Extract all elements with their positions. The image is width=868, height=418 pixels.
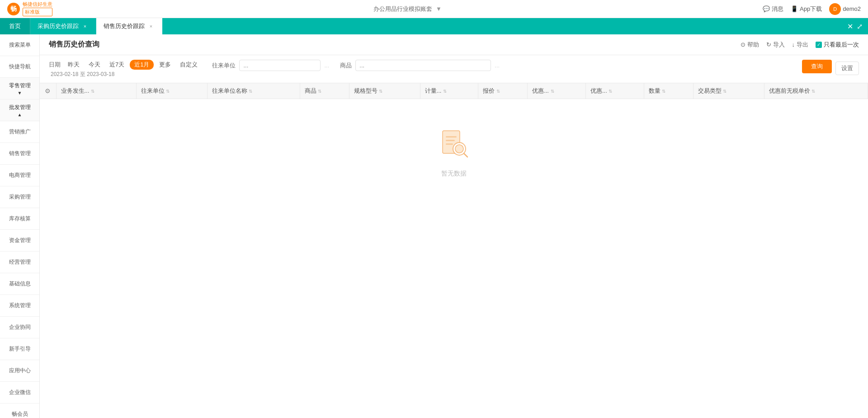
th-pre-tax-price-label: 优惠前无税单价: [769, 87, 810, 94]
sidebar-item-finance[interactable]: 资金管理: [0, 230, 39, 252]
base-info-label: 基础信息: [9, 280, 31, 288]
sidebar-item-wechat[interactable]: 企业微信: [0, 382, 39, 404]
marketing-label: 营销推广: [9, 128, 31, 136]
top-bar-right: 💬 消息 📱 App下载 D demo2: [763, 3, 861, 15]
sidebar-item-sales-mgmt[interactable]: 销售管理: [0, 143, 39, 165]
th-trade-type[interactable]: 交易类型 ⇅: [693, 83, 764, 99]
th-partner-code-sort-icon: ⇅: [166, 89, 170, 94]
sidebar-item-inventory[interactable]: 库存核算: [0, 208, 39, 230]
dropdown-arrow-icon[interactable]: ▼: [436, 5, 442, 12]
th-qty[interactable]: 数量 ⇅: [644, 83, 693, 99]
sidebar-item-purchase-mgmt[interactable]: 采购管理: [0, 186, 39, 208]
th-trade-type-label: 交易类型: [698, 87, 722, 94]
th-spec[interactable]: 规格型号 ⇅: [349, 83, 420, 99]
user-name: demo2: [843, 5, 861, 12]
sidebar-item-marketing[interactable]: 营销推广: [0, 121, 39, 143]
th-discount2[interactable]: 优惠... ⇅: [586, 83, 644, 99]
product-filter-dots: ...: [495, 62, 500, 69]
th-discount1[interactable]: 优惠... ⇅: [528, 83, 586, 99]
date-btn-yesterday[interactable]: 昨天: [64, 60, 83, 70]
th-quote[interactable]: 报价 ⇅: [478, 83, 528, 99]
th-quote-label: 报价: [483, 87, 495, 94]
sidebar-item-member[interactable]: 畅会员: [0, 404, 39, 418]
th-partner-name[interactable]: 往来单位名称 ⇅: [207, 83, 300, 99]
tab-purchase-history-close[interactable]: ×: [81, 23, 89, 30]
help-button[interactable]: ⊙ 帮助: [741, 41, 759, 49]
th-pre-tax-price[interactable]: 优惠前无税单价 ⇅: [764, 83, 868, 99]
message-button[interactable]: 💬 消息: [763, 5, 783, 13]
sidebar-item-enterprise[interactable]: 企业协同: [0, 317, 39, 338]
th-biz-date[interactable]: 业务发生... ⇅: [56, 83, 136, 99]
th-partner-code[interactable]: 往来单位 ⇅: [136, 83, 207, 99]
settings-button[interactable]: 设置: [835, 62, 859, 75]
th-partner-name-label: 往来单位名称: [212, 87, 247, 94]
export-icon: ↓: [792, 41, 795, 48]
user-area[interactable]: D demo2: [829, 3, 861, 15]
export-button[interactable]: ↓ 导出: [792, 41, 809, 49]
th-discount1-sort-icon: ⇅: [551, 89, 554, 94]
inventory-label: 库存核算: [9, 215, 31, 223]
th-product[interactable]: 商品 ⇅: [300, 83, 349, 99]
operations-label: 经营管理: [9, 258, 31, 266]
tab-close-all-icon[interactable]: ✕: [847, 22, 853, 31]
date-btn-1month[interactable]: 近1月: [130, 60, 154, 70]
tab-bar-actions: ✕ ⤢: [842, 18, 868, 34]
data-table: ⚙ 业务发生... ⇅ 往来单位 ⇅ 往来单位名称: [40, 83, 868, 99]
sidebar-item-ecommerce[interactable]: 电商管理: [0, 165, 39, 186]
tab-purchase-history-label: 采购历史价跟踪: [38, 22, 79, 30]
th-partner-name-sort-icon: ⇅: [249, 89, 252, 94]
label-badge: 标准版: [23, 8, 52, 16]
date-btn-today[interactable]: 今天: [85, 60, 104, 70]
sales-mgmt-label: 销售管理: [9, 150, 31, 157]
query-button[interactable]: 查询: [802, 60, 832, 73]
table-header-row: ⚙ 业务发生... ⇅ 往来单位 ⇅ 往来单位名称: [40, 83, 868, 99]
scroll-area: ⚙ 业务发生... ⇅ 往来单位 ⇅ 往来单位名称: [40, 83, 868, 418]
top-bar-center: 办公用品行业模拟账套 ▼: [373, 5, 442, 13]
app-download-button[interactable]: 📱 App下载: [791, 5, 822, 13]
product-filter-input[interactable]: [355, 60, 491, 71]
tab-sales-history-close[interactable]: ×: [147, 23, 155, 30]
only-last-checkbox-area[interactable]: ✓ 只看最后一次: [816, 41, 859, 49]
enterprise-label: 企业协同: [9, 323, 31, 331]
date-btn-7days[interactable]: 近7天: [106, 60, 128, 70]
th-unit-label: 计量...: [425, 87, 442, 94]
logo-area: 畅 畅捷信好生意 标准版: [7, 1, 52, 16]
svg-rect-2: [446, 140, 455, 141]
partner-filter-dots: ...: [324, 62, 329, 69]
sidebar-item-search-menu[interactable]: 搜索菜单: [0, 34, 39, 56]
th-biz-date-label: 业务发生...: [61, 87, 90, 94]
tab-purchase-history[interactable]: 采购历史价跟踪 ×: [30, 18, 96, 34]
only-last-checkbox[interactable]: ✓: [816, 42, 822, 48]
gear-icon[interactable]: ⚙: [45, 87, 51, 95]
import-button[interactable]: ↻ 导入: [766, 41, 785, 49]
sidebar-item-quick-nav[interactable]: 快捷导航: [0, 56, 39, 78]
purchase-mgmt-label: 采购管理: [9, 193, 31, 201]
sidebar-item-operations[interactable]: 经营管理: [0, 252, 39, 273]
date-btn-custom[interactable]: 自定义: [176, 60, 201, 70]
th-unit[interactable]: 计量... ⇅: [420, 83, 478, 99]
sidebar-item-system[interactable]: 系统管理: [0, 295, 39, 317]
svg-line-6: [464, 153, 467, 157]
logo-icon: 畅: [7, 3, 20, 15]
tab-maximize-icon[interactable]: ⤢: [857, 22, 863, 31]
th-spec-label: 规格型号: [354, 87, 377, 94]
sidebar-item-base-info[interactable]: 基础信息: [0, 273, 39, 295]
sidebar-item-guide[interactable]: 新手引导: [0, 338, 39, 360]
tab-home-label: 首页: [9, 22, 21, 30]
th-partner-code-label: 往来单位: [141, 87, 165, 94]
sidebar-item-wholesale-mgmt[interactable]: 批发管理 ▲: [0, 100, 39, 121]
date-range-display: 2023-02-18 至 2023-03-18: [51, 71, 201, 78]
system-label: 系统管理: [9, 302, 31, 309]
phone-icon: 📱: [791, 5, 798, 12]
date-btn-more[interactable]: 更多: [156, 60, 175, 70]
th-discount1-label: 优惠...: [532, 87, 549, 94]
top-bar: 畅 畅捷信好生意 标准版 办公用品行业模拟账套 ▼ 💬 消息 📱 App下载 D…: [0, 0, 868, 18]
wechat-label: 企业微信: [9, 389, 31, 396]
quick-nav-label: 快捷导航: [9, 63, 31, 71]
th-product-sort-icon: ⇅: [318, 89, 321, 94]
partner-filter-input[interactable]: [239, 60, 321, 71]
tab-home[interactable]: 首页: [0, 18, 30, 34]
sidebar-item-app-center[interactable]: 应用中心: [0, 360, 39, 382]
tab-sales-history[interactable]: 销售历史价跟踪 ×: [96, 18, 162, 34]
sidebar-item-retail-mgmt[interactable]: 零售管理 ▼: [0, 78, 39, 100]
